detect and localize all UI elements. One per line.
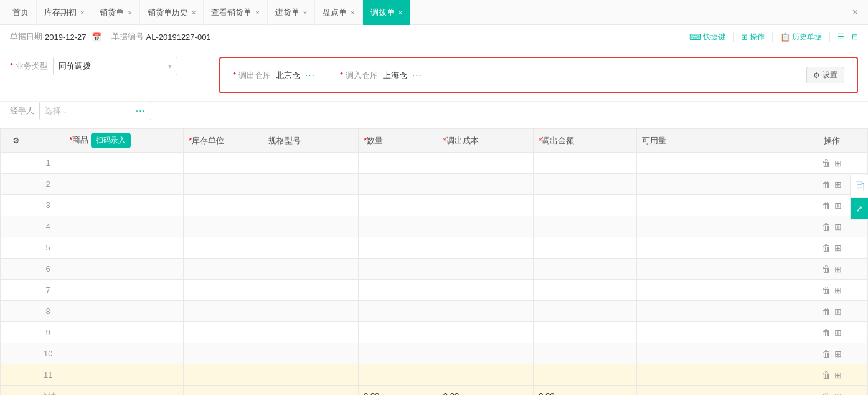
sidebar-doc-icon[interactable]: 📄 xyxy=(851,175,868,198)
row-product-cell[interactable] xyxy=(64,280,184,301)
row-spec-cell[interactable] xyxy=(263,343,358,364)
tab-sales-order[interactable]: 销货单 × xyxy=(92,0,139,25)
warehouse-out-more-button[interactable]: ··· xyxy=(305,70,315,81)
row-available-cell[interactable] xyxy=(637,153,796,174)
row-product-cell[interactable] xyxy=(64,322,184,343)
row-cost-cell[interactable] xyxy=(438,364,533,386)
tab-view-sales[interactable]: 查看销货单 × xyxy=(204,0,267,25)
copy-row-button[interactable]: ⊞ xyxy=(834,349,842,359)
row-amount-cell[interactable] xyxy=(534,280,637,301)
row-unit-cell[interactable] xyxy=(183,259,263,280)
tab-home[interactable]: 首页 xyxy=(5,0,37,25)
delete-row-button[interactable]: 🗑 xyxy=(822,264,831,274)
copy-row-button[interactable]: ⊞ xyxy=(834,328,842,338)
row-amount-cell[interactable] xyxy=(534,343,637,364)
row-qty-cell[interactable] xyxy=(359,153,438,174)
row-spec-cell[interactable] xyxy=(263,174,358,195)
close-icon[interactable]: × xyxy=(351,9,354,16)
tab-inventory-count[interactable]: 盘点单 × xyxy=(315,0,362,25)
row-amount-cell[interactable] xyxy=(534,195,637,216)
row-spec-cell[interactable] xyxy=(263,280,358,301)
view-toggle-grid[interactable]: ⊟ xyxy=(852,32,858,41)
row-product-cell[interactable] xyxy=(64,343,184,364)
copy-row-button[interactable]: ⊞ xyxy=(834,201,842,211)
row-amount-cell[interactable] xyxy=(534,259,637,280)
close-all-tabs-button[interactable]: × xyxy=(847,7,863,18)
row-amount-cell[interactable] xyxy=(534,322,637,343)
row-product-cell[interactable] xyxy=(64,216,184,237)
row-cost-cell[interactable] xyxy=(438,237,533,259)
row-qty-cell[interactable] xyxy=(359,364,438,386)
row-product-cell[interactable] xyxy=(64,153,184,174)
delete-row-button[interactable]: 🗑 xyxy=(822,328,831,338)
shortcut-button[interactable]: ⌨ 快捷键 xyxy=(689,32,725,42)
row-available-cell[interactable] xyxy=(637,259,796,280)
delete-row-button[interactable]: 🗑 xyxy=(822,243,831,253)
close-icon[interactable]: × xyxy=(192,9,196,16)
row-qty-cell[interactable] xyxy=(359,322,438,343)
row-cost-cell[interactable] xyxy=(438,322,533,343)
row-cost-cell[interactable] xyxy=(438,216,533,237)
row-qty-cell[interactable] xyxy=(359,216,438,237)
close-icon[interactable]: × xyxy=(128,9,131,16)
tab-sales-history[interactable]: 销货单历史 × xyxy=(140,0,204,25)
row-spec-cell[interactable] xyxy=(263,322,358,343)
scan-entry-button[interactable]: 扫码录入 xyxy=(91,133,131,148)
row-cost-cell[interactable] xyxy=(438,153,533,174)
row-product-cell[interactable] xyxy=(64,237,184,259)
row-available-cell[interactable] xyxy=(637,195,796,216)
tab-inventory-init[interactable]: 库存期初 × xyxy=(37,0,92,25)
row-amount-cell[interactable] xyxy=(534,153,637,174)
row-cost-cell[interactable] xyxy=(438,259,533,280)
copy-row-button[interactable]: ⊞ xyxy=(834,285,842,295)
row-amount-cell[interactable] xyxy=(534,237,637,259)
business-type-select[interactable]: 同价调拨 ▾ xyxy=(53,57,177,75)
row-qty-cell[interactable] xyxy=(359,301,438,322)
settings-button[interactable]: ⚙ 设置 xyxy=(806,67,844,83)
row-available-cell[interactable] xyxy=(637,174,796,195)
row-spec-cell[interactable] xyxy=(263,153,358,174)
delete-row-button[interactable]: 🗑 xyxy=(822,222,831,232)
sidebar-expand-icon[interactable]: ⤢ xyxy=(851,198,868,220)
tab-transfer-order[interactable]: 调拨单 × xyxy=(363,0,410,25)
row-unit-cell[interactable] xyxy=(183,343,263,364)
handler-more-button[interactable]: ··· xyxy=(136,105,146,117)
handler-select[interactable]: 选择... ··· xyxy=(39,102,151,120)
row-available-cell[interactable] xyxy=(637,322,796,343)
close-icon[interactable]: × xyxy=(303,9,307,16)
row-spec-cell[interactable] xyxy=(263,259,358,280)
row-product-cell[interactable] xyxy=(64,259,184,280)
subtotal-copy-button[interactable]: ⊞ xyxy=(834,391,842,396)
copy-row-button[interactable]: ⊞ xyxy=(834,264,842,274)
row-unit-cell[interactable] xyxy=(183,195,263,216)
row-qty-cell[interactable] xyxy=(359,280,438,301)
subtotal-delete-button[interactable]: 🗑 xyxy=(822,391,831,396)
col-header-settings[interactable]: ⚙ xyxy=(1,129,32,153)
row-available-cell[interactable] xyxy=(637,301,796,322)
row-qty-cell[interactable] xyxy=(359,237,438,259)
row-amount-cell[interactable] xyxy=(534,174,637,195)
row-cost-cell[interactable] xyxy=(438,301,533,322)
row-spec-cell[interactable] xyxy=(263,364,358,386)
copy-row-button[interactable]: ⊞ xyxy=(834,222,842,232)
row-cost-cell[interactable] xyxy=(438,195,533,216)
close-icon[interactable]: × xyxy=(255,9,259,16)
row-unit-cell[interactable] xyxy=(183,322,263,343)
delete-row-button[interactable]: 🗑 xyxy=(822,179,831,189)
delete-row-button[interactable]: 🗑 xyxy=(822,158,831,168)
copy-row-button[interactable]: ⊞ xyxy=(834,370,842,380)
row-product-cell[interactable] xyxy=(64,301,184,322)
row-spec-cell[interactable] xyxy=(263,301,358,322)
row-cost-cell[interactable] xyxy=(438,280,533,301)
row-unit-cell[interactable] xyxy=(183,280,263,301)
row-spec-cell[interactable] xyxy=(263,237,358,259)
view-toggle-list[interactable]: ☰ xyxy=(837,32,844,41)
row-unit-cell[interactable] xyxy=(183,301,263,322)
operation-button[interactable]: ⊞ 操作 xyxy=(741,32,765,42)
row-product-cell[interactable] xyxy=(64,364,184,386)
row-available-cell[interactable] xyxy=(637,237,796,259)
row-available-cell[interactable] xyxy=(637,343,796,364)
delete-row-button[interactable]: 🗑 xyxy=(822,307,831,316)
row-unit-cell[interactable] xyxy=(183,364,263,386)
row-unit-cell[interactable] xyxy=(183,237,263,259)
